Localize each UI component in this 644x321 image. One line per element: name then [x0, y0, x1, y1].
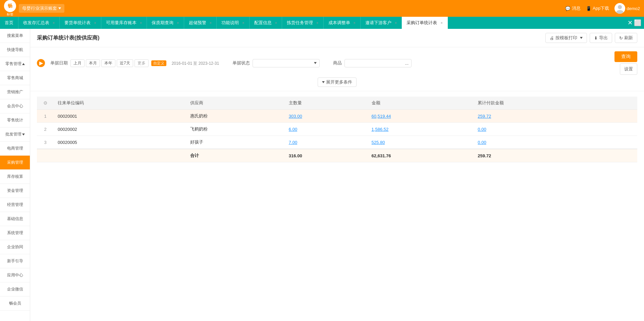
sidebar-retail-label: 零售管理 [5, 61, 21, 67]
date-range-wrapper: 2016-01-01 至 2023-12-31 [172, 60, 219, 66]
sidebar-item-finance[interactable]: 资金管理 [0, 184, 30, 198]
sidebar-item-operation[interactable]: 经营管理 [0, 198, 30, 212]
tab-warranty-query[interactable]: 保质期查询 × [147, 17, 184, 29]
workspace-selector[interactable]: 母婴行业演示账套 [19, 4, 64, 13]
tabs-maximize-icon[interactable]: ⬜ [634, 20, 641, 26]
row-code-2: 00020002 [54, 123, 186, 136]
sidebar-item-inventory[interactable]: 库存核算 [0, 170, 30, 184]
goods-select[interactable]: ... [344, 59, 412, 67]
avatar [614, 3, 625, 14]
table-footer-row: 合计 316.00 62,631.76 259.72 [37, 149, 637, 162]
sidebar-item-member-card[interactable]: 畅会员 [0, 297, 30, 311]
page-header-actions: 🖨 按模板打印 ⬇ 导出 ↻ 刷新 [545, 33, 637, 43]
tab-purchase-order-stats[interactable]: 采购订单统计表 × [402, 17, 447, 29]
col-header-extra [606, 97, 637, 110]
sidebar-item-retail[interactable]: 零售管理 [0, 57, 30, 71]
tab-config-info[interactable]: 配置信息 × [250, 17, 282, 29]
sidebar-item-new-guide[interactable]: 新手引导 [0, 254, 30, 268]
sidebar-member-card-label: 畅会员 [9, 301, 21, 306]
sidebar-enterprise-collab-label: 企业协同 [7, 245, 23, 249]
sidebar-item-quick-nav[interactable]: 快捷导航 [0, 43, 30, 57]
goods-select-value [347, 61, 349, 66]
status-select[interactable] [253, 59, 320, 67]
export-button[interactable]: ⬇ 导出 [590, 33, 612, 43]
top-bar-left: 畅 标签 母婴行业演示账套 [4, 0, 64, 17]
sidebar-item-search[interactable]: 搜索菜单 [0, 29, 30, 43]
tab-function-desc[interactable]: 功能说明 × [217, 17, 249, 29]
tab-inventory-account-close[interactable]: × [140, 21, 142, 25]
tab-home[interactable]: 首页 [0, 17, 18, 29]
refresh-icon: ↻ [619, 36, 623, 41]
tab-order-stats[interactable]: 要货单统计表 × [60, 17, 101, 29]
tab-purchase-order-stats-close[interactable]: × [440, 21, 442, 25]
expand-more-label: 展开更多条件 [326, 79, 352, 85]
refresh-button[interactable]: ↻ 刷新 [615, 33, 637, 43]
query-button[interactable]: 查询 [614, 51, 637, 62]
tab-function-desc-close[interactable]: × [242, 21, 244, 25]
expand-more-button[interactable]: 展开更多条件 [318, 77, 357, 87]
row-qty-link-3[interactable]: 7.00 [289, 140, 297, 145]
date-badge[interactable]: 自定义 [151, 60, 166, 66]
tab-picking-tasks-close[interactable]: × [316, 21, 318, 25]
tabs-close-icon[interactable]: ✕ [628, 20, 633, 26]
tab-overstock-warning-close[interactable]: × [210, 21, 212, 25]
tab-cost-adjust[interactable]: 成本调整单 × [324, 17, 361, 29]
settings-button[interactable]: 设置 [620, 63, 637, 75]
sidebar-item-purchase[interactable]: 采购管理 [0, 156, 30, 170]
footer-extra [606, 149, 637, 162]
sidebar-item-enterprise-wechat[interactable]: 企业微信 [0, 282, 30, 297]
row-amount-link-2[interactable]: 1,586.52 [372, 127, 389, 132]
tab-warranty-query-close[interactable]: × [177, 21, 179, 25]
sidebar-item-retail-shop[interactable]: 零售商城 [0, 71, 30, 85]
row-qty-link-2[interactable]: 6.00 [289, 127, 297, 132]
date-more[interactable]: 更多 [135, 59, 149, 67]
sidebar-inventory-label: 库存核算 [7, 174, 23, 179]
sidebar-item-marketing[interactable]: 营销推广 [0, 85, 30, 99]
message-btn[interactable]: 💬 消息 [565, 5, 581, 11]
row-amount-link-1[interactable]: 60,519.44 [372, 114, 391, 119]
sidebar-system-label: 系统管理 [7, 230, 23, 235]
row-amount-link-3[interactable]: 525.80 [372, 140, 385, 145]
tab-receive-summary[interactable]: 收发存汇总表 × [18, 17, 60, 29]
app-download-label: App下载 [593, 5, 609, 11]
row-qty-link-1[interactable]: 303.00 [289, 114, 302, 119]
sidebar-item-enterprise-collab[interactable]: 企业协同 [0, 240, 30, 254]
table-header-row: ⚙ 往来单位编码 供应商 主数量 金额 累计付款金额 [37, 97, 637, 110]
sidebar-finance-label: 资金管理 [7, 188, 23, 193]
row-paid-link-3[interactable]: 0.00 [478, 140, 486, 145]
tab-inventory-account[interactable]: 可用量库存账本 × [101, 17, 147, 29]
date-7days[interactable]: 近7天 [117, 59, 133, 67]
sidebar-item-ecommerce[interactable]: 电商管理 [0, 142, 30, 156]
filter-collapse-btn[interactable]: ▶ [37, 59, 45, 67]
tab-cost-adjust-close[interactable]: × [354, 21, 356, 25]
app-download-btn[interactable]: 📱 App下载 [586, 5, 609, 11]
sidebar-item-members[interactable]: 会员中心 [0, 99, 30, 113]
tab-invite-downstream[interactable]: 邀请下游客户 × [361, 17, 402, 29]
date-last-month[interactable]: 上月 [70, 59, 85, 67]
filter-area: ▶ 单据日期 上月 本月 本年 近7天 更多 自定义 [30, 47, 644, 91]
date-this-month[interactable]: 本月 [86, 59, 100, 67]
app-download-icon: 📱 [586, 6, 591, 11]
tab-order-stats-close[interactable]: × [94, 21, 96, 25]
tab-config-info-close[interactable]: × [275, 21, 277, 25]
row-paid-link-1[interactable]: 259.72 [478, 114, 491, 119]
tab-receive-summary-close[interactable]: × [53, 21, 55, 25]
goods-ellipsis: ... [405, 61, 409, 66]
sidebar-item-wholesale[interactable]: 批发管理 [0, 127, 30, 142]
filter-goods-item: 商品 ... [333, 59, 412, 67]
date-this-year[interactable]: 本年 [101, 59, 115, 67]
sidebar-item-app-center[interactable]: 应用中心 [0, 268, 30, 282]
sidebar-retail-stats-label: 零售统计 [7, 118, 23, 122]
sidebar-basic-info-label: 基础信息 [7, 216, 23, 221]
print-button[interactable]: 🖨 按模板打印 [545, 33, 587, 43]
sidebar-item-basic-info[interactable]: 基础信息 [0, 212, 30, 226]
tab-invite-downstream-close[interactable]: × [395, 21, 397, 25]
sidebar-wholesale-label: 批发管理 [5, 131, 21, 137]
sidebar-item-retail-stats[interactable]: 零售统计 [0, 113, 30, 127]
tab-overstock-warning[interactable]: 超储预警 × [184, 17, 217, 29]
sidebar-item-system[interactable]: 系统管理 [0, 226, 30, 240]
user-area[interactable]: demo2 [614, 3, 640, 14]
col-settings-icon[interactable]: ⚙ [43, 100, 48, 106]
tab-picking-tasks[interactable]: 拣货任务管理 × [282, 17, 323, 29]
row-paid-link-2[interactable]: 0.00 [478, 127, 486, 132]
